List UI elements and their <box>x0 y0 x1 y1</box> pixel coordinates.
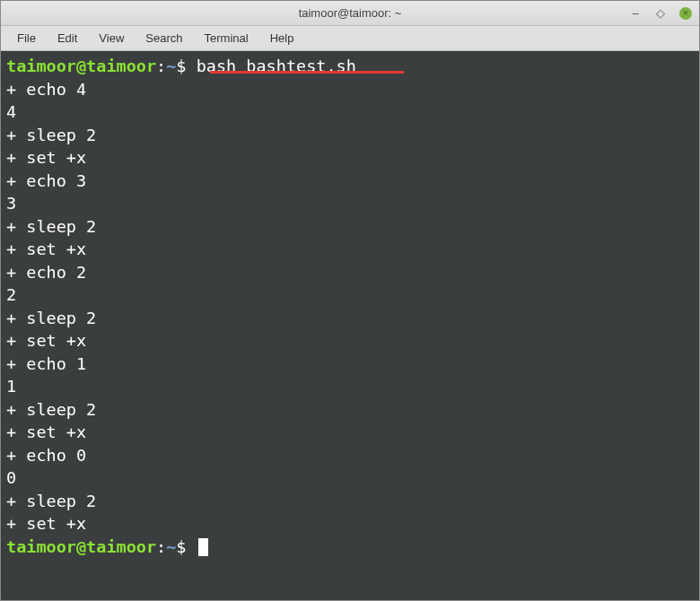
window-title: taimoor@taimoor: ~ <box>299 6 402 20</box>
prompt-dollar: $ <box>176 537 196 556</box>
cursor <box>198 538 208 556</box>
output-line: 2 <box>6 283 694 307</box>
output-line: + echo 2 <box>6 261 694 284</box>
output-container: + echo 44+ sleep 2+ set +x+ echo 33+ sle… <box>6 78 694 536</box>
output-line: + set +x <box>6 421 694 444</box>
output-line: + set +x <box>6 238 694 261</box>
output-line: + echo 3 <box>6 170 694 193</box>
prompt-dollar: $ <box>176 57 196 75</box>
prompt-colon: : <box>156 537 166 556</box>
close-button[interactable] <box>679 7 692 20</box>
output-line: + echo 1 <box>6 353 694 376</box>
menu-help[interactable]: Help <box>261 28 303 48</box>
output-line: 1 <box>6 375 694 398</box>
output-line: + sleep 2 <box>6 215 694 239</box>
underline-annotation <box>210 71 404 74</box>
menu-terminal[interactable]: Terminal <box>196 28 258 48</box>
output-line: + set +x <box>6 512 694 536</box>
menu-view[interactable]: View <box>90 28 133 48</box>
output-line: + sleep 2 <box>6 398 694 422</box>
prompt-user-host: taimoor@taimoor <box>6 57 156 75</box>
prompt-line-1: taimoor@taimoor:~$ bash bashtest.sh <box>6 55 694 78</box>
menu-file[interactable]: File <box>8 28 45 48</box>
terminal-content[interactable]: taimoor@taimoor:~$ bash bashtest.sh + ec… <box>1 51 699 600</box>
output-line: + echo 0 <box>6 444 694 467</box>
menu-edit[interactable]: Edit <box>48 28 86 48</box>
prompt-path: ~ <box>166 537 176 556</box>
minimize-button[interactable]: – <box>629 7 642 20</box>
menubar: File Edit View Search Terminal Help <box>1 26 699 51</box>
titlebar[interactable]: taimoor@taimoor: ~ – ◇ <box>1 1 699 26</box>
output-line: 4 <box>6 100 694 124</box>
output-line: + set +x <box>6 329 694 353</box>
prompt-line-2: taimoor@taimoor:~$ <box>6 536 694 559</box>
output-line: 3 <box>6 192 694 215</box>
window-controls: – ◇ <box>629 7 692 20</box>
prompt-colon: : <box>156 57 166 75</box>
output-line: + set +x <box>6 146 694 170</box>
prompt-path: ~ <box>166 57 176 75</box>
output-line: 0 <box>6 466 694 490</box>
prompt-user-host: taimoor@taimoor <box>6 537 156 556</box>
terminal-window: taimoor@taimoor: ~ – ◇ File Edit View Se… <box>0 0 700 601</box>
output-line: + sleep 2 <box>6 490 694 513</box>
output-line: + sleep 2 <box>6 307 694 330</box>
maximize-button[interactable]: ◇ <box>654 7 667 20</box>
output-line: + sleep 2 <box>6 124 694 147</box>
menu-search[interactable]: Search <box>136 28 191 48</box>
output-line: + echo 4 <box>6 78 694 101</box>
